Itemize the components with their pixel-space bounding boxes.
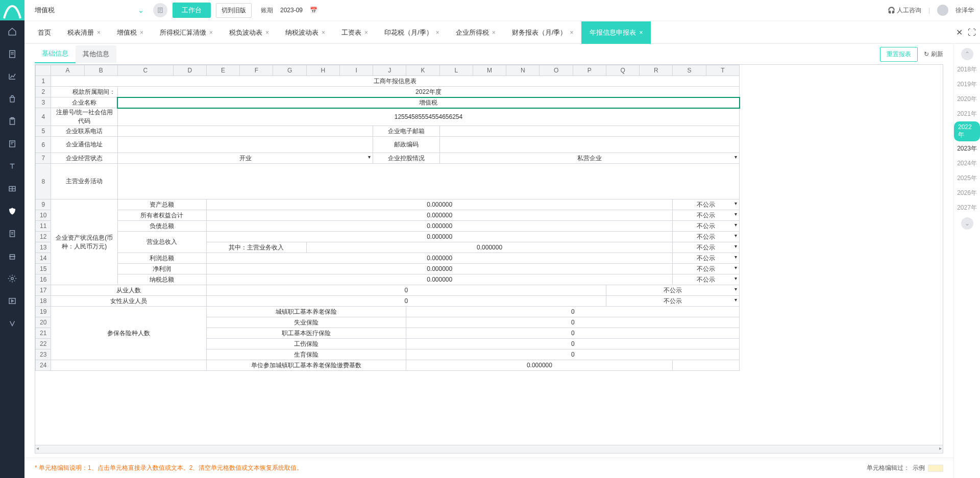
left-sidebar — [0, 0, 24, 478]
period-label: 账期 — [261, 6, 273, 15]
footer-note: * 单元格编辑说明：1、点击单元格直接录入数值或文本。2、清空单元格数值或文本恢… — [24, 458, 953, 478]
nav-gear-icon[interactable] — [0, 267, 24, 290]
tab-tax-fluct[interactable]: 纳税波动表× — [277, 21, 333, 44]
nav-book-icon[interactable] — [0, 133, 24, 155]
consult-link[interactable]: 🎧 人工咨询 — [888, 6, 921, 15]
close-icon[interactable]: × — [140, 29, 143, 36]
chevron-down-icon: ⌄ — [138, 6, 144, 14]
year-2019[interactable]: 2019年 — [955, 77, 979, 92]
subtabs-row: 基础信息 其他信息 重置报表 ↻ 刷新 — [24, 44, 953, 64]
close-icon[interactable]: × — [209, 29, 213, 36]
tab-fin-report[interactable]: 财务报表（月/季）× — [504, 21, 582, 44]
company-name-cell[interactable]: 增值税 — [117, 97, 739, 108]
nav-table-icon[interactable] — [0, 178, 24, 200]
nav-clipboard-icon[interactable] — [0, 110, 24, 133]
example-swatch — [928, 465, 943, 472]
year-2024[interactable]: 2024年 — [955, 156, 979, 171]
subtab-basic[interactable]: 基础信息 — [35, 45, 76, 63]
horizontal-scrollbar[interactable] — [35, 445, 943, 453]
tab-annual-report[interactable]: 年报信息申报表× — [581, 21, 651, 44]
year-2018[interactable]: 2018年 — [955, 62, 979, 77]
topbar: 增值税 ⌄ 工作台 切到旧版 账期 2023-09 📅 🎧 人工咨询 | 徐泽华 — [24, 0, 980, 20]
tab-stamp-tax[interactable]: 印花税（月/季）× — [376, 21, 448, 44]
status-dropdown[interactable]: 开业 — [117, 153, 373, 164]
company-selector[interactable]: 增值税 ⌄ — [31, 6, 148, 15]
tab-tax-burden[interactable]: 税负波动表× — [221, 21, 277, 44]
year-2025[interactable]: 2025年 — [955, 171, 979, 186]
year-2027[interactable]: 2027年 — [955, 200, 979, 215]
nav-v-icon[interactable] — [0, 312, 24, 335]
corner-cell[interactable] — [36, 65, 51, 76]
spreadsheet[interactable]: ABCDEFGHIJKLMNOPQRST 1工商年报信息表 2税款所属期间：20… — [35, 64, 943, 454]
nav-home-icon[interactable] — [0, 20, 24, 43]
app-logo — [0, 0, 24, 20]
year-2020[interactable]: 2020年 — [955, 92, 979, 107]
old-version-button[interactable]: 切到旧版 — [216, 3, 252, 18]
refresh-button[interactable]: ↻ 刷新 — [924, 50, 943, 59]
close-icon[interactable]: × — [97, 29, 101, 36]
year-2022[interactable]: 2022年 — [954, 121, 980, 141]
svg-point-7 — [11, 278, 14, 280]
nav-bag-icon[interactable] — [0, 88, 24, 110]
year-rail: ⌃ 2018年 2019年 2020年 2021年 2022年 2023年 20… — [953, 44, 980, 478]
period-value[interactable]: 2023-09 — [280, 7, 303, 14]
close-icon[interactable]: × — [364, 29, 368, 36]
tab-income-tax[interactable]: 所得税汇算清缴× — [152, 21, 221, 44]
workspace-button[interactable]: 工作台 — [173, 3, 211, 18]
tab-corp-tax[interactable]: 企业所得税× — [448, 21, 504, 44]
calendar-icon[interactable]: 📅 — [310, 7, 317, 14]
nav-t-icon[interactable] — [0, 155, 24, 178]
tab-home[interactable]: 首页 — [30, 21, 59, 44]
sheet-title[interactable]: 工商年报信息表 — [51, 76, 740, 87]
tab-vat[interactable]: 增值税× — [109, 21, 152, 44]
nav-print-icon[interactable] — [0, 245, 24, 267]
close-icon[interactable]: × — [570, 29, 573, 36]
year-2026[interactable]: 2026年 — [955, 186, 979, 200]
close-all-icon[interactable]: ✕ — [956, 28, 963, 37]
edit-note: * 单元格编辑说明：1、点击单元格直接录入数值或文本。2、清空单元格数值或文本恢… — [35, 464, 303, 472]
svg-rect-6 — [10, 257, 15, 259]
reset-report-button[interactable]: 重置报表 — [880, 47, 918, 62]
nav-tax-icon[interactable] — [0, 200, 24, 222]
username[interactable]: 徐泽华 — [955, 6, 974, 15]
close-icon[interactable]: × — [492, 29, 496, 36]
holding-dropdown[interactable]: 私营企业 — [439, 153, 739, 164]
nav-chart-icon[interactable] — [0, 65, 24, 88]
year-2021[interactable]: 2021年 — [955, 107, 979, 121]
nav-doc-icon[interactable] — [0, 43, 24, 65]
close-icon[interactable]: × — [436, 29, 439, 36]
list-icon-button[interactable] — [153, 3, 167, 17]
nav-receipt-icon[interactable] — [0, 222, 24, 245]
close-icon[interactable]: × — [265, 29, 269, 36]
tab-salary[interactable]: 工资表× — [333, 21, 376, 44]
subtab-other[interactable]: 其他信息 — [76, 45, 116, 63]
year-2023[interactable]: 2023年 — [955, 141, 979, 156]
rail-up-icon[interactable]: ⌃ — [961, 48, 973, 60]
fullscreen-icon[interactable]: ⛶ — [968, 28, 976, 37]
tabs-row: 首页 税表清册× 增值税× 所得税汇算清缴× 税负波动表× 纳税波动表× 工资表… — [24, 21, 980, 44]
col-header-row: ABCDEFGHIJKLMNOPQRST — [36, 65, 740, 76]
company-name: 增值税 — [35, 6, 55, 15]
nav-play-icon[interactable] — [0, 290, 24, 312]
close-icon[interactable]: × — [322, 29, 325, 36]
close-icon[interactable]: × — [639, 29, 643, 36]
rail-down-icon[interactable]: ⌄ — [961, 217, 973, 230]
avatar[interactable] — [937, 5, 948, 16]
tab-tax-list[interactable]: 税表清册× — [59, 21, 109, 44]
svg-rect-8 — [9, 298, 15, 304]
